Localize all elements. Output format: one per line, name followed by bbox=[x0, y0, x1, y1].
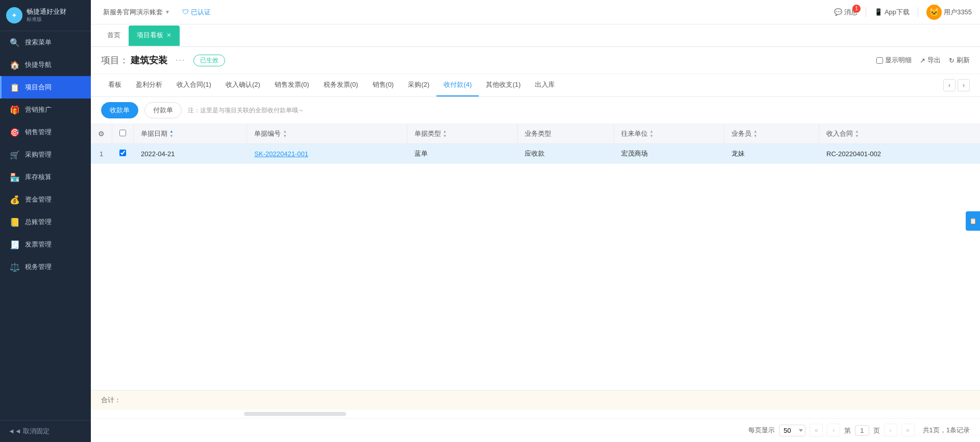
th-date[interactable]: 单据日期 ▲ ▼ bbox=[134, 124, 247, 144]
row-checkbox[interactable] bbox=[119, 150, 126, 156]
sidebar-item-finance[interactable]: 💰 资金管理 bbox=[0, 188, 91, 211]
sort-contract-icon: ▲ ▼ bbox=[855, 130, 859, 138]
workspace-selector[interactable]: 新服务官网演示账套 ▼ bbox=[99, 6, 174, 19]
th-biz-type: 业务类型 bbox=[517, 124, 614, 144]
marketing-icon: 🎁 bbox=[10, 105, 20, 115]
app-info: 畅捷通好业财 标准版 bbox=[27, 8, 66, 23]
scroll-left-btn[interactable]: ‹ bbox=[943, 79, 955, 91]
right-panel-btn[interactable]: 📋 bbox=[966, 211, 980, 231]
th-partner[interactable]: 往来单位 ▲ ▼ bbox=[614, 124, 724, 144]
prev-page-btn[interactable]: ‹ bbox=[827, 424, 840, 437]
phone-icon: 📱 bbox=[874, 8, 883, 16]
sub-tab-tax-invoice[interactable]: 税务发票(0) bbox=[316, 74, 365, 96]
cell-partner: 宏茂商场 bbox=[614, 144, 724, 164]
scrollbar-row bbox=[91, 410, 980, 418]
sidebar-item-label: 库存核算 bbox=[25, 173, 52, 182]
first-page-btn[interactable]: « bbox=[810, 424, 823, 437]
refresh-btn[interactable]: ↻ 刷新 bbox=[949, 56, 970, 65]
th-gear[interactable]: ⚙ bbox=[91, 124, 112, 144]
avatar: 🐱 bbox=[926, 5, 942, 20]
gear-icon[interactable]: ⚙ bbox=[98, 130, 105, 138]
sidebar-item-sales[interactable]: 🎯 销售管理 bbox=[0, 121, 91, 143]
th-number[interactable]: 单据编号 ▲ ▼ bbox=[247, 124, 407, 144]
horizontal-scrollbar[interactable] bbox=[244, 412, 346, 416]
cell-type: 蓝单 bbox=[407, 144, 517, 164]
sidebar-item-ledger[interactable]: 📒 总账管理 bbox=[0, 211, 91, 233]
page-header-right: 显示明细 ↗ 导出 ↻ 刷新 bbox=[876, 56, 970, 65]
secondary-nav: 收款单 付款单 注：这里是与项目关联的全部收付款单哦～ bbox=[91, 97, 980, 124]
th-income-contract[interactable]: 收入合同 ▲ ▼ bbox=[819, 124, 980, 144]
sort-date-icon: ▲ ▼ bbox=[169, 130, 174, 138]
sidebar-footer-btn[interactable]: ◄◄ 取消固定 bbox=[0, 420, 91, 442]
sidebar-item-marketing[interactable]: 🎁 营销推广 bbox=[0, 99, 91, 121]
topbar-left: 新服务官网演示账套 ▼ 🛡 已认证 bbox=[99, 6, 834, 19]
sidebar-item-inventory[interactable]: 🏪 库存核算 bbox=[0, 166, 91, 188]
sub-tab-income-contract[interactable]: 收入合同(1) bbox=[169, 74, 218, 96]
sub-tabs: 看板盈利分析收入合同(1)收入确认(2)销售发票(0)税务发票(0)销售(0)采… bbox=[91, 74, 980, 97]
sidebar-item-label: 资金管理 bbox=[25, 195, 52, 204]
sidebar-item-label: 发票管理 bbox=[25, 240, 52, 249]
number-link[interactable]: SK-20220421-001 bbox=[254, 150, 308, 158]
sidebar-item-label: 总账管理 bbox=[25, 217, 52, 227]
sidebar-item-purchase[interactable]: 🛒 采购管理 bbox=[0, 143, 91, 166]
messages-badge: 1 bbox=[852, 5, 861, 13]
show-detail-checkbox[interactable] bbox=[876, 57, 883, 64]
th-salesperson[interactable]: 业务员 ▲ ▼ bbox=[724, 124, 819, 144]
th-type[interactable]: 单据类型 ▲ ▼ bbox=[407, 124, 517, 144]
tab-close-project-board[interactable]: ✕ bbox=[166, 32, 172, 39]
sub-tab-other-income[interactable]: 其他收支(1) bbox=[479, 74, 528, 96]
page-size-select[interactable]: 50 10 20 100 bbox=[779, 425, 805, 436]
table-container: ⚙ 单据日期 ▲ ▼ bbox=[91, 124, 980, 390]
sidebar-item-tax[interactable]: ⚖️ 税务管理 bbox=[0, 256, 91, 278]
cell-number: SK-20220421-001 bbox=[247, 144, 407, 164]
scroll-right-btn[interactable]: › bbox=[958, 79, 970, 91]
total-label: 合计： bbox=[101, 396, 121, 405]
messages-btn[interactable]: 💬 消息 1 bbox=[834, 8, 857, 17]
next-page-btn[interactable]: › bbox=[884, 424, 897, 437]
sidebar-item-invoice[interactable]: 🧾 发票管理 bbox=[0, 233, 91, 256]
workspace-name: 新服务官网演示账套 bbox=[103, 8, 163, 17]
export-btn[interactable]: ↗ 导出 bbox=[920, 56, 941, 65]
cell-date: 2022-04-21 bbox=[134, 144, 247, 164]
show-detail-checkbox-label[interactable]: 显示明细 bbox=[876, 56, 912, 65]
sidebar-item-label: 快捷导航 bbox=[25, 60, 52, 69]
tab-home[interactable]: 首页 bbox=[99, 26, 129, 46]
receipt-btn[interactable]: 收款单 bbox=[101, 102, 138, 118]
last-page-btn[interactable]: » bbox=[901, 424, 915, 437]
sidebar-item-project-contract[interactable]: 📋 项目合同 bbox=[0, 76, 91, 99]
sub-tab-kanban[interactable]: 看板 bbox=[101, 74, 129, 96]
sidebar-item-quick-nav[interactable]: 🏠 快捷导航 bbox=[0, 54, 91, 76]
more-options-btn[interactable]: ··· bbox=[176, 56, 185, 65]
sub-tab-inventory[interactable]: 出入库 bbox=[528, 74, 562, 96]
sidebar-item-search[interactable]: 🔍 搜索菜单 bbox=[0, 31, 91, 54]
main-content: 新服务官网演示账套 ▼ 🛡 已认证 💬 消息 1 📱 App下载 🐱 用 bbox=[91, 0, 980, 442]
sub-tab-sales-invoice[interactable]: 销售发票(0) bbox=[267, 74, 316, 96]
app-version: 标准版 bbox=[27, 16, 66, 23]
tab-label: 项目看板 bbox=[137, 31, 163, 40]
pagination: 每页显示 50 10 20 100 « ‹ 第 1 页 › » 共1页，1条记录 bbox=[91, 418, 980, 442]
note-text: 注：这里是与项目关联的全部收付款单哦～ bbox=[188, 106, 304, 115]
select-all-checkbox[interactable] bbox=[119, 130, 126, 136]
page-title: 项目：建筑安装 bbox=[101, 54, 167, 66]
purchase-icon: 🛒 bbox=[10, 150, 20, 160]
topbar-right: 💬 消息 1 📱 App下载 🐱 用户3355 bbox=[834, 5, 972, 20]
sub-tab-profit[interactable]: 盈利分析 bbox=[129, 74, 169, 96]
payment-btn[interactable]: 付款单 bbox=[144, 102, 182, 118]
user-menu-btn[interactable]: 🐱 用户3355 bbox=[926, 5, 972, 20]
refresh-icon: ↻ bbox=[949, 57, 954, 64]
sidebar-item-label: 营销推广 bbox=[25, 105, 52, 114]
app-download-btn[interactable]: 📱 App下载 bbox=[874, 8, 910, 17]
sub-tab-purchase[interactable]: 采购(2) bbox=[401, 74, 436, 96]
sub-tab-sales[interactable]: 销售(0) bbox=[365, 74, 401, 96]
sub-tab-payment[interactable]: 收付款(4) bbox=[436, 74, 479, 96]
workspace-chevron: ▼ bbox=[165, 9, 170, 15]
invoice-icon: 🧾 bbox=[10, 239, 20, 250]
shield-icon: 🛡 bbox=[182, 8, 189, 16]
sub-tab-income-confirm[interactable]: 收入确认(2) bbox=[218, 74, 267, 96]
tab-project-board[interactable]: 项目看板✕ bbox=[129, 26, 180, 46]
total-info: 共1页，1条记录 bbox=[923, 426, 970, 435]
table-row[interactable]: 1 2022-04-21 SK-20220421-001 蓝单 应收款 宏茂商场… bbox=[91, 144, 980, 164]
sub-tab-nav: ‹ › bbox=[943, 79, 970, 91]
page-info: 第 1 页 bbox=[844, 425, 879, 436]
app-name: 畅捷通好业财 bbox=[27, 8, 66, 16]
